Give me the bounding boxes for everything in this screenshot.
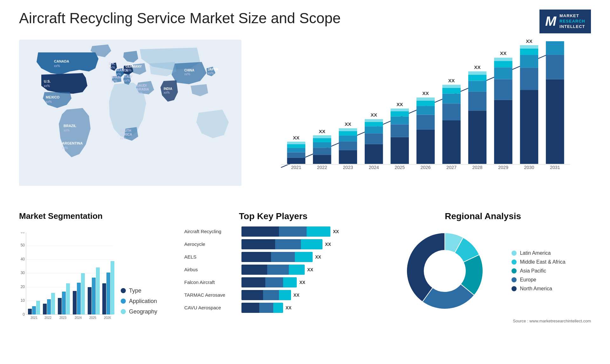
donut-legend-label: Middle East & Africa: [520, 259, 565, 265]
segmentation-title: Market Segmentation: [19, 211, 172, 221]
svg-rect-55: [442, 120, 461, 164]
svg-text:XX: XX: [345, 121, 351, 127]
svg-rect-73: [520, 90, 539, 164]
svg-text:xx%: xx%: [62, 146, 68, 150]
player-bar-wrap: XX: [241, 290, 362, 300]
svg-text:xx%: xx%: [184, 72, 190, 76]
player-bar: [241, 265, 305, 275]
svg-rect-80: [546, 55, 564, 79]
bar-seg2: [279, 226, 307, 237]
bar-seg2: [267, 265, 289, 275]
svg-rect-125: [88, 287, 92, 314]
bar-seg3: [283, 277, 297, 287]
svg-rect-25: [313, 155, 331, 164]
svg-rect-77: [520, 45, 539, 49]
page-container: Aircraft Recycling Service Market Size a…: [0, 0, 610, 364]
segmentation-legend: Type Application Geography: [121, 287, 157, 321]
player-value: XX: [307, 267, 313, 272]
donut-area: Latin America Middle East & Africa Asia …: [375, 226, 591, 315]
svg-rect-117: [58, 298, 62, 314]
map-label-argentina: ARGENTINA: [62, 141, 83, 145]
bar-seg1: [241, 226, 279, 237]
bar-seg3: [301, 239, 322, 249]
svg-text:2023: 2023: [343, 165, 353, 170]
svg-text:XX: XX: [370, 112, 377, 118]
svg-rect-76: [520, 48, 539, 55]
player-name: Aerocycle: [184, 241, 238, 247]
legend-dot-application: [121, 299, 126, 304]
svg-rect-41: [365, 119, 383, 122]
svg-text:XX: XX: [293, 135, 300, 140]
svg-rect-45: [390, 116, 409, 124]
donut-legend-label: Europe: [520, 277, 536, 283]
map-label-germany: GERMANY: [125, 65, 142, 68]
player-value: XX: [294, 293, 300, 298]
svg-text:xx%: xx%: [44, 84, 50, 88]
bar-chart-container: XX XX XX XX: [254, 40, 591, 186]
player-bar-wrap: XX: [241, 303, 362, 313]
svg-rect-22: [287, 144, 306, 148]
map-label-india: INDIA: [164, 87, 172, 91]
svg-text:XX: XX: [396, 102, 403, 107]
player-bar-wrap: XX: [241, 252, 362, 262]
players-list: Aircraft Recycling XX Aerocycle XX: [184, 226, 362, 313]
svg-text:30: 30: [21, 271, 25, 275]
legend-dot-geography: [121, 309, 126, 314]
svg-rect-114: [47, 299, 51, 314]
svg-rect-119: [66, 283, 70, 314]
player-bar: [241, 226, 330, 237]
svg-text:2024: 2024: [75, 316, 82, 320]
donut-legend-dot: [512, 277, 517, 282]
svg-text:2023: 2023: [59, 316, 67, 320]
svg-rect-79: [546, 79, 564, 164]
svg-rect-59: [442, 85, 461, 88]
donut-svg: [400, 226, 502, 315]
donut-legend-label: Asia Pacific: [520, 268, 546, 274]
svg-rect-123: [81, 273, 85, 314]
svg-text:xx%: xx%: [46, 100, 52, 104]
segmentation-container: Market Segmentation 0 10 20 30 40 50 60: [19, 211, 172, 345]
svg-text:xx%: xx%: [109, 66, 115, 69]
map-label-mexico: MEXICO: [46, 95, 60, 99]
svg-text:60: 60: [21, 233, 25, 234]
svg-text:xx%: xx%: [111, 79, 117, 83]
header-row: Aircraft Recycling Service Market Size a…: [19, 10, 591, 33]
svg-rect-34: [339, 131, 357, 135]
bar-seg3: [307, 226, 330, 237]
world-map-svg: CANADA xx% U.S. xx% MEXICO xx% BRAZIL xx…: [19, 40, 241, 186]
svg-text:2029: 2029: [498, 165, 508, 170]
svg-rect-113: [43, 304, 47, 314]
svg-rect-21: [287, 148, 306, 152]
bar-seg1: [241, 277, 265, 287]
legend-item-type: Type: [121, 287, 157, 294]
bar-seg3: [289, 265, 305, 275]
svg-rect-32: [339, 142, 357, 150]
svg-rect-57: [442, 93, 461, 104]
svg-rect-26: [313, 148, 331, 155]
player-name: AELS: [184, 254, 238, 260]
svg-rect-52: [417, 100, 435, 106]
player-row: CAVU Aerospace XX: [184, 303, 362, 313]
svg-rect-67: [494, 100, 512, 164]
bar-seg2: [259, 303, 273, 313]
svg-rect-122: [77, 283, 81, 314]
logo-letter: M: [545, 14, 556, 29]
svg-text:xx%: xx%: [120, 137, 126, 140]
svg-text:40: 40: [21, 257, 25, 261]
svg-rect-53: [417, 98, 435, 101]
svg-rect-65: [468, 71, 487, 75]
svg-rect-44: [390, 124, 409, 137]
svg-rect-35: [339, 128, 357, 131]
svg-text:2027: 2027: [446, 165, 457, 170]
svg-text:XX: XX: [526, 40, 532, 44]
bar-seg1: [241, 239, 275, 249]
donut-legend-label: Latin America: [520, 250, 551, 256]
svg-text:xx%: xx%: [164, 91, 170, 94]
map-container: CANADA xx% U.S. xx% MEXICO xx% BRAZIL xx…: [19, 40, 241, 199]
svg-rect-51: [417, 106, 435, 115]
svg-rect-69: [494, 67, 512, 79]
svg-text:2028: 2028: [472, 165, 483, 170]
svg-rect-62: [468, 92, 487, 111]
svg-rect-131: [111, 261, 114, 314]
svg-rect-49: [417, 129, 435, 164]
